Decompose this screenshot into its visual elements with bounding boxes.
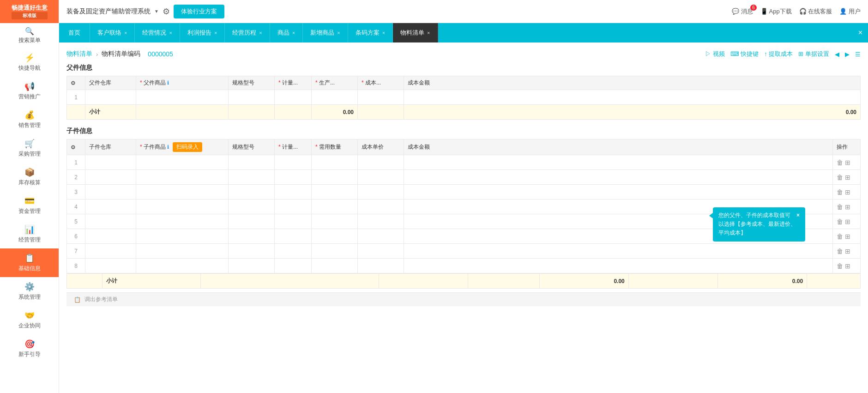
child-spec-cell[interactable] — [229, 259, 275, 273]
info-icon[interactable]: ℹ — [167, 80, 169, 85]
child-unit-cell[interactable] — [275, 200, 312, 214]
settings-icon[interactable]: ⚙ — [163, 6, 170, 17]
tab-profit[interactable]: 利润报告 × — [180, 23, 225, 42]
bottom-hint-text[interactable]: 调出参考清单 — [84, 296, 118, 303]
tab-close-icon[interactable]: × — [169, 30, 172, 36]
child-unit-cell[interactable] — [275, 214, 312, 229]
tab-new-product[interactable]: 新增商品 × — [303, 23, 348, 42]
parent-warehouse-cell[interactable] — [85, 90, 136, 105]
tab-operations[interactable]: 经营情况 × — [135, 23, 180, 42]
close-all-tabs-icon[interactable]: × — [853, 29, 868, 37]
child-warehouse-cell[interactable] — [85, 244, 136, 259]
delete-icon[interactable]: 🗑 — [837, 218, 843, 225]
child-unit-cell[interactable] — [275, 244, 312, 259]
child-amount-cell[interactable] — [404, 244, 833, 259]
sidebar-item-operations[interactable]: 📊 经营管理 — [0, 220, 59, 248]
delete-icon[interactable]: 🗑 — [837, 203, 843, 211]
sidebar-item-basic-info[interactable]: 📋 基础信息 — [0, 248, 59, 277]
copy-icon[interactable]: ⊞ — [845, 233, 850, 240]
child-unit-cell[interactable] — [275, 259, 312, 273]
scan-btn[interactable]: 扫码录入 — [173, 142, 202, 152]
parent-amount-cell[interactable] — [404, 90, 861, 105]
sidebar-item-quick-nav[interactable]: ⚡ 快捷导航 — [0, 48, 59, 77]
parent-cost-cell[interactable] — [358, 90, 404, 105]
child-warehouse-cell[interactable] — [85, 214, 136, 229]
tab-barcode[interactable]: 条码方案 × — [348, 23, 393, 42]
child-qty-cell[interactable] — [312, 200, 358, 214]
user-area[interactable]: 👤 用户 — [839, 7, 861, 16]
child-amount-cell[interactable] — [404, 155, 833, 170]
child-product-cell[interactable] — [136, 185, 229, 200]
delete-icon[interactable]: 🗑 — [837, 248, 843, 255]
child-price-cell[interactable] — [358, 259, 404, 273]
sidebar-item-finance[interactable]: 💳 资金管理 — [0, 191, 59, 220]
child-price-cell[interactable] — [358, 155, 404, 170]
child-col-settings[interactable]: ⚙ — [67, 139, 85, 155]
child-product-cell[interactable] — [136, 155, 229, 170]
tab-history[interactable]: 经营历程 × — [225, 23, 270, 42]
child-unit-cell[interactable] — [275, 155, 312, 170]
child-qty-cell[interactable] — [312, 170, 358, 185]
child-unit-cell[interactable] — [275, 185, 312, 200]
child-spec-cell[interactable] — [229, 200, 275, 214]
nav-next-icon[interactable]: ▶ — [845, 51, 850, 58]
sidebar-item-system[interactable]: ⚙️ 系统管理 — [0, 277, 59, 306]
app-download[interactable]: 📱 App下载 — [760, 7, 792, 16]
menu-icon[interactable]: ☰ — [855, 51, 861, 58]
copy-icon[interactable]: ⊞ — [845, 159, 850, 166]
system-dropdown-icon[interactable]: ▼ — [154, 9, 159, 14]
sidebar-item-enterprise[interactable]: 🤝 企业协同 — [0, 306, 59, 334]
online-service[interactable]: 🎧 在线客服 — [799, 7, 832, 16]
sidebar-item-inventory[interactable]: 📦 库存核算 — [0, 163, 59, 191]
child-spec-cell[interactable] — [229, 170, 275, 185]
child-product-cell[interactable] — [136, 229, 229, 244]
tooltip-close-btn[interactable]: × — [796, 211, 800, 220]
child-qty-cell[interactable] — [312, 155, 358, 170]
child-price-cell[interactable] — [358, 200, 404, 214]
child-warehouse-cell[interactable] — [85, 259, 136, 273]
child-warehouse-cell[interactable] — [85, 200, 136, 214]
tab-products[interactable]: 商品 × — [270, 23, 303, 42]
delete-icon[interactable]: 🗑 — [837, 188, 843, 196]
child-spec-cell[interactable] — [229, 229, 275, 244]
child-qty-cell[interactable] — [312, 259, 358, 273]
delete-icon[interactable]: 🗑 — [837, 174, 843, 181]
child-price-cell[interactable] — [358, 170, 404, 185]
child-qty-cell[interactable] — [312, 229, 358, 244]
child-amount-cell[interactable] — [404, 170, 833, 185]
parent-col-settings[interactable]: ⚙ — [67, 76, 85, 90]
nav-prev-icon[interactable]: ◀ — [835, 51, 839, 58]
child-spec-cell[interactable] — [229, 214, 275, 229]
child-spec-cell[interactable] — [229, 185, 275, 200]
child-product-cell[interactable] — [136, 244, 229, 259]
parent-production-cell[interactable] — [312, 90, 358, 105]
child-qty-cell[interactable] — [312, 185, 358, 200]
breadcrumb-tab[interactable]: 物料清单 — [66, 50, 92, 58]
child-price-cell[interactable] — [358, 185, 404, 200]
copy-icon[interactable]: ⊞ — [845, 218, 850, 225]
child-warehouse-cell[interactable] — [85, 155, 136, 170]
single-settings-action[interactable]: ⊞ 单据设置 — [798, 50, 829, 58]
child-unit-cell[interactable] — [275, 229, 312, 244]
info-icon[interactable]: ℹ — [167, 144, 169, 150]
child-price-cell[interactable] — [358, 244, 404, 259]
child-product-cell[interactable] — [136, 170, 229, 185]
child-spec-cell[interactable] — [229, 155, 275, 170]
parent-product-cell[interactable] — [136, 90, 229, 105]
tab-close-icon[interactable]: × — [427, 30, 430, 36]
shortcut-action[interactable]: ⌨ 快捷键 — [730, 50, 759, 58]
tab-home[interactable]: 首页 — [59, 23, 90, 42]
child-price-cell[interactable] — [358, 229, 404, 244]
child-product-cell[interactable] — [136, 259, 229, 273]
delete-icon[interactable]: 🗑 — [837, 233, 843, 240]
child-product-cell[interactable] — [136, 214, 229, 229]
parent-unit-cell[interactable] — [275, 90, 312, 105]
tab-close-icon[interactable]: × — [124, 30, 127, 36]
sidebar-item-purchase[interactable]: 🛒 采购管理 — [0, 134, 59, 163]
copy-icon[interactable]: ⊞ — [845, 262, 850, 270]
tab-bom[interactable]: 物料清单 × — [393, 23, 438, 42]
tab-close-icon[interactable]: × — [259, 30, 262, 36]
copy-icon[interactable]: ⊞ — [845, 203, 850, 211]
copy-icon[interactable]: ⊞ — [845, 188, 850, 196]
child-unit-cell[interactable] — [275, 170, 312, 185]
